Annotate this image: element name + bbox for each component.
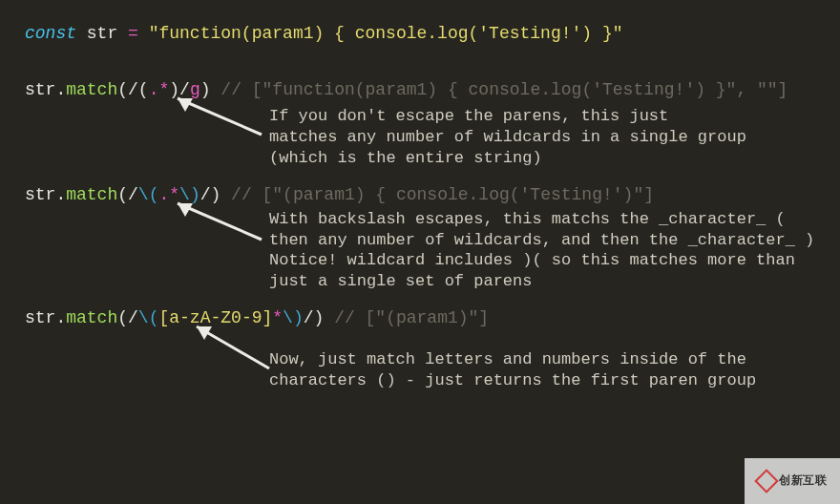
regex-body: .*	[158, 185, 179, 204]
arrow-icon	[178, 326, 283, 384]
regex-escape-open: \(	[138, 185, 159, 204]
logo-icon	[754, 469, 778, 493]
comment-result: // ["function(param1) { console.log('Tes…	[220, 80, 788, 99]
example-block-1: str.match(/(.*)/g) // ["function(param1)…	[25, 79, 815, 101]
code-line-declaration: const str = "function(param1) { console.…	[25, 23, 815, 45]
code-line-match-1: str.match(/(.*)/g) // ["function(param1)…	[25, 79, 815, 101]
method-match: match	[66, 308, 117, 327]
operator-equals: =	[128, 24, 138, 43]
code-line-match-2: str.match(/\(.*\)/) // ["(param1) { cons…	[25, 184, 815, 206]
watermark-badge: 创新互联	[745, 458, 840, 504]
explanation-text: If you don't escape the parens, this jus…	[269, 106, 823, 168]
var-name: str	[76, 24, 128, 43]
method-match: match	[66, 185, 117, 204]
method-match: match	[66, 80, 117, 99]
svg-line-4	[197, 326, 269, 368]
regex-escape-open: \(	[138, 308, 159, 327]
regex-escape-close: \)	[283, 308, 304, 327]
svg-line-0	[178, 98, 262, 135]
regex-star: *	[272, 308, 283, 327]
explanation-text: Now, just match letters and numbers insi…	[269, 349, 823, 391]
comment-result: // ["(param1)"]	[334, 308, 489, 327]
example-block-2: str.match(/\(.*\)/) // ["(param1) { cons…	[25, 184, 815, 206]
example-block-3: str.match(/\([a-zA-Z0-9]*\)/) // ["(para…	[25, 307, 815, 329]
regex-char-class: [a-zA-Z0-9]	[158, 308, 272, 327]
keyword-const: const	[25, 24, 76, 43]
regex-body: .*	[149, 80, 170, 99]
regex-flag: g	[190, 80, 200, 99]
string-literal: "function(param1) { console.log('Testing…	[149, 24, 623, 43]
explanation-text: With backslash escapes, this matchs the …	[269, 209, 823, 292]
regex-escape-close: \)	[179, 185, 200, 204]
arrow-icon	[158, 98, 263, 156]
svg-line-2	[178, 203, 262, 240]
code-line-match-3: str.match(/\([a-zA-Z0-9]*\)/) // ["(para…	[25, 307, 815, 329]
comment-result: // ["(param1) { console.log('Testing!')"…	[231, 185, 654, 204]
watermark-text: 创新互联	[779, 473, 827, 489]
arrow-icon	[158, 203, 263, 261]
